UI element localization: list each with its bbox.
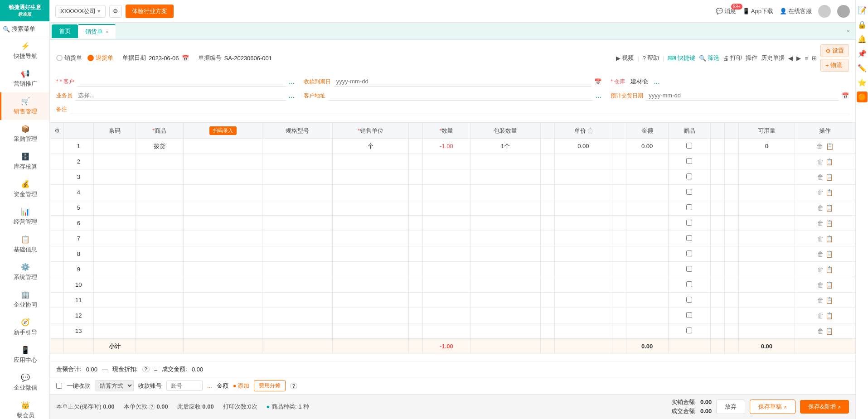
copy-icon[interactable]: 📋 (825, 281, 833, 289)
delete-icon[interactable]: 🗑 (817, 327, 824, 335)
row-spec[interactable] (262, 293, 333, 308)
row-pkg-qty[interactable] (470, 200, 541, 216)
tabbar-close-button[interactable]: × (843, 28, 853, 34)
calc-method-select[interactable]: 结算方式 (95, 380, 134, 391)
row-barcode[interactable] (93, 200, 136, 216)
row-unit[interactable] (333, 262, 408, 277)
right-panel-edit-icon[interactable]: 📝 (857, 5, 868, 15)
user-avatar2[interactable] (837, 5, 850, 18)
addr-dots[interactable]: ... (596, 92, 601, 100)
row-barcode[interactable] (93, 323, 136, 339)
row-amount[interactable] (626, 216, 668, 231)
row-amount[interactable] (626, 277, 668, 293)
row-price[interactable] (555, 169, 612, 185)
row-amount[interactable] (626, 231, 668, 246)
right-panel-bell-icon[interactable]: 🔔 (857, 34, 868, 44)
scan-btn[interactable]: 扫码录入 (209, 126, 237, 135)
sidebar-item-inventory[interactable]: 🗄️ 库存核算 (0, 148, 49, 175)
sidebar-item-wechat[interactable]: 💬 企业微信 (0, 369, 49, 396)
radio-sales-order[interactable]: 销货单 (56, 54, 82, 62)
row-spec[interactable] (262, 154, 333, 169)
row-unit[interactable] (333, 154, 408, 169)
customer-dots[interactable]: ... (289, 77, 295, 86)
row-gift[interactable] (668, 154, 710, 169)
save-new-button[interactable]: 保存&新增 ∧ (800, 400, 849, 414)
row-price[interactable] (555, 323, 612, 339)
th-settings[interactable]: ⚙ (50, 123, 64, 139)
fee-split-button[interactable]: 费用分摊 (254, 380, 286, 391)
row-unit[interactable] (333, 323, 408, 339)
row-goods[interactable] (136, 169, 183, 185)
row-spec[interactable] (262, 323, 333, 339)
sidebar-item-sales[interactable]: 🛒 销售管理 (0, 92, 49, 120)
row-qty[interactable] (422, 277, 470, 293)
delete-icon[interactable]: 🗑 (817, 173, 824, 181)
gift-checkbox[interactable] (686, 220, 692, 226)
gift-checkbox[interactable] (686, 173, 692, 179)
row-barcode[interactable] (93, 277, 136, 293)
row-goods[interactable] (136, 293, 183, 308)
delete-icon[interactable]: 🗑 (816, 143, 823, 150)
row-amount[interactable] (626, 200, 668, 216)
calendar-icon[interactable]: 📅 (182, 55, 189, 62)
row-pkg-qty[interactable] (470, 308, 541, 323)
gift-checkbox[interactable] (686, 189, 692, 195)
row-qty[interactable] (422, 231, 470, 246)
row-qty[interactable] (422, 323, 470, 339)
copy-icon[interactable]: 📋 (826, 143, 834, 150)
fee-help-icon[interactable]: ? (290, 383, 297, 389)
row-unit[interactable] (333, 185, 408, 200)
row-spec[interactable] (262, 277, 333, 293)
row-barcode[interactable] (93, 293, 136, 308)
row-spec[interactable] (262, 169, 333, 185)
help-button[interactable]: ? 帮助 (643, 54, 659, 62)
row-unit[interactable] (333, 200, 408, 216)
receive-date-calendar-icon[interactable]: 📅 (594, 78, 601, 85)
row-price[interactable] (555, 231, 612, 246)
add-button[interactable]: ● 添加 (233, 382, 249, 390)
row-barcode[interactable] (93, 169, 136, 185)
row-amount[interactable] (626, 308, 668, 323)
row-gift[interactable] (668, 293, 710, 308)
gift-checkbox[interactable] (686, 281, 692, 287)
row-spec[interactable] (262, 139, 333, 154)
row-gift[interactable] (668, 262, 710, 277)
row-amount[interactable] (626, 293, 668, 308)
delete-icon[interactable]: 🗑 (817, 235, 824, 242)
gift-checkbox[interactable] (686, 158, 692, 164)
row-amount[interactable]: 0.00 (626, 139, 668, 154)
next-button[interactable]: ▶ (796, 55, 801, 62)
row-spec[interactable] (262, 246, 333, 262)
online-service-button[interactable]: 👤 在线客服 (780, 7, 812, 15)
row-pkg-qty[interactable] (470, 169, 541, 185)
row-qty[interactable] (422, 185, 470, 200)
row-qty[interactable] (422, 262, 470, 277)
row-unit[interactable] (333, 293, 408, 308)
one-key-checkbox[interactable] (56, 383, 62, 389)
save-draft-button[interactable]: 保存草稿 ∧ (750, 400, 795, 414)
row-pkg-qty[interactable] (470, 293, 541, 308)
row-barcode[interactable] (93, 308, 136, 323)
history-button[interactable]: 历史单据 (761, 54, 785, 62)
sidebar-item-operation[interactable]: 📊 经营管理 (0, 203, 49, 231)
expected-date-input[interactable] (646, 91, 839, 101)
warehouse-dots[interactable]: ... (654, 77, 659, 86)
row-qty[interactable] (422, 246, 470, 262)
row-gift[interactable] (668, 308, 710, 323)
gift-checkbox[interactable] (686, 297, 692, 303)
row-goods[interactable] (136, 246, 183, 262)
operate-button[interactable]: 操作 (746, 54, 757, 62)
row-gift[interactable] (668, 139, 710, 154)
row-qty[interactable] (422, 200, 470, 216)
gift-checkbox[interactable] (686, 204, 692, 210)
row-amount[interactable] (626, 185, 668, 200)
row-qty[interactable] (422, 216, 470, 231)
row-price[interactable] (555, 308, 612, 323)
delete-icon[interactable]: 🗑 (817, 220, 824, 227)
gift-checkbox[interactable] (686, 235, 692, 241)
customer-input[interactable] (77, 77, 286, 87)
row-spec[interactable] (262, 262, 333, 277)
sidebar-item-purchase[interactable]: 📦 采购管理 (0, 120, 49, 148)
gift-checkbox[interactable] (686, 312, 692, 318)
receive-date-input[interactable] (334, 77, 592, 87)
